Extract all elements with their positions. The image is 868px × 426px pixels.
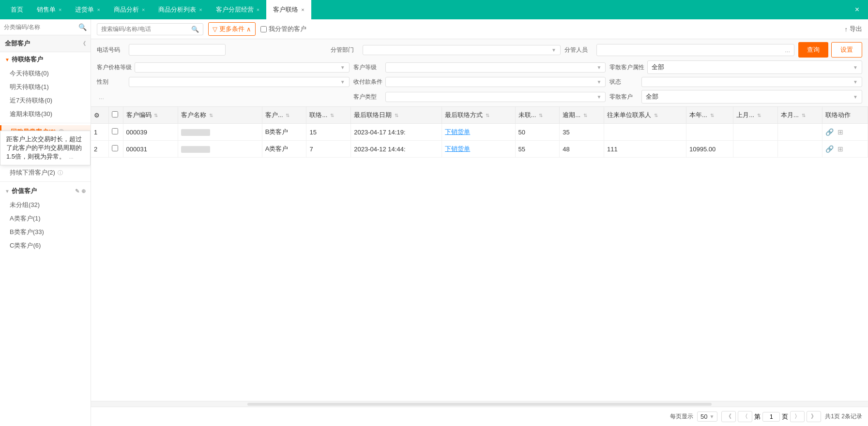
code-sort-icon[interactable]: ⇅ <box>154 113 158 118</box>
payment-select[interactable]: ▼ <box>385 77 606 87</box>
filter-search-icon[interactable]: 🔍 <box>191 26 199 33</box>
window-close-button[interactable]: × <box>850 5 864 14</box>
row2-method-link[interactable]: 下销货单 <box>445 145 470 152</box>
branch-dept-select[interactable]: ▼ <box>363 45 561 55</box>
sidebar-item-class-c[interactable]: C类客户(6) <box>0 239 91 252</box>
sidebar-all-customers[interactable]: 全部客户 《 <box>0 35 91 52</box>
retail-customer-select[interactable]: 全部 ▼ <box>641 90 862 103</box>
year-sort-icon[interactable]: ⇅ <box>710 113 714 118</box>
per-page-select[interactable]: 50 ▼ <box>697 411 717 422</box>
row2-grid-icon[interactable]: ⊞ <box>838 145 843 153</box>
customer-type-label: 客户类型 <box>353 93 382 101</box>
nav-purchase[interactable]: 进货单 × <box>68 0 107 19</box>
nav-customer-contact[interactable]: 客户联络 × <box>266 0 311 19</box>
filter-more-button[interactable]: ▽ 更多条件 ∧ <box>208 22 256 36</box>
nav-customer-segment[interactable]: 客户分层经营 × <box>209 0 266 19</box>
sidebar-item-declining[interactable]: 持续下滑客户(2) ⓘ <box>0 166 91 179</box>
add-group-icon[interactable]: ⊕ <box>81 188 86 194</box>
row2-last-method[interactable]: 下销货单 <box>442 141 515 158</box>
sidebar-group-pending[interactable]: ▼ 待联络客户 <box>0 52 91 67</box>
close-analysis-tab[interactable]: × <box>142 7 145 13</box>
sidebar-group-value[interactable]: ▼ 价值客户 ✎ ⊕ <box>0 184 91 198</box>
adv-row-1: 电话号码 分管部门 ▼ 分管人员 ... <box>97 42 862 58</box>
row2-link-icon[interactable]: 🔗 <box>825 145 834 153</box>
first-page-btn[interactable]: 《 <box>721 411 736 422</box>
row1-actions: 🔗 ⊞ <box>822 124 868 141</box>
ctype-sort-icon[interactable]: ⇅ <box>286 113 289 118</box>
query-button[interactable]: 查询 <box>798 42 828 58</box>
sidebar-item-class-a[interactable]: A类客户(1) <box>0 212 91 225</box>
sidebar-search-input[interactable] <box>4 24 76 30</box>
row1-last-method[interactable]: 下销货单 <box>442 124 515 141</box>
contact-sort-icon[interactable]: ⇅ <box>330 113 334 118</box>
nav-sales[interactable]: 销售单 × <box>30 0 68 19</box>
sidebar-item-today[interactable]: 今天待联络(0) <box>0 67 91 80</box>
close-purchase-tab[interactable]: × <box>97 7 100 13</box>
next-page-btn[interactable]: 〉 <box>790 411 805 422</box>
row1-code: 000039 <box>123 124 178 141</box>
adv-row-2: 客户价格等级 ▼ 客户等级 ▼ 零散客户属性 全部 <box>97 60 862 74</box>
person-sort-icon[interactable]: ⇅ <box>654 113 658 118</box>
sidebar-item-7days[interactable]: 近7天待联络(0) <box>0 94 91 107</box>
status-select[interactable]: ▼ <box>641 77 862 87</box>
row2-select[interactable] <box>112 145 118 151</box>
close-sales-tab[interactable]: × <box>59 7 61 13</box>
sidebar-item-overdue[interactable]: 逾期未联络(30) <box>0 107 91 121</box>
page-number-input[interactable] <box>762 412 780 422</box>
customer-level-label: 客户等级 <box>353 63 382 72</box>
filter-search-input[interactable] <box>101 26 189 32</box>
prev-page-btn[interactable]: 〈 <box>738 411 752 422</box>
select-all-checkbox[interactable] <box>112 111 118 118</box>
th-checkbox[interactable] <box>108 107 123 124</box>
settings-icon[interactable]: ⚙ <box>94 112 100 119</box>
row2-index: 2 <box>91 141 108 158</box>
sidebar-search-icon[interactable]: 🔍 <box>78 23 87 31</box>
info-icon3: ⓘ <box>58 170 63 176</box>
row1-link-icon[interactable]: 🔗 <box>825 128 834 136</box>
sidebar-collapse-icon[interactable]: 《 <box>80 40 86 47</box>
export-button[interactable]: ↑ 导出 <box>845 25 863 33</box>
overdue-sort-icon[interactable]: ⇅ <box>583 113 587 118</box>
sidebar-item-class-b[interactable]: B类客户(33) <box>0 225 91 239</box>
close-contact-tab[interactable]: × <box>301 7 304 13</box>
more-dots-btn[interactable]: ... <box>99 93 104 101</box>
row1-method-link[interactable]: 下销货单 <box>445 128 470 135</box>
row2-checkbox[interactable] <box>108 141 123 158</box>
unlinked-sort-icon[interactable]: ⇅ <box>539 113 543 118</box>
row1-checkbox[interactable] <box>108 124 123 141</box>
sidebar-item-ungroup[interactable]: 未分组(32) <box>0 198 91 212</box>
last-page-btn[interactable]: 》 <box>807 411 821 422</box>
row1-type: B类客户 <box>262 124 306 141</box>
tmonth-sort-icon[interactable]: ⇅ <box>802 113 806 118</box>
retail-attr-down-icon: ▼ <box>853 65 858 70</box>
branch-person-more-icon[interactable]: ... <box>785 46 790 54</box>
close-analysis-list-tab[interactable]: × <box>199 7 202 13</box>
settings-button[interactable]: 设置 <box>831 42 862 58</box>
retail-attr-select[interactable]: 全部 ▼ <box>647 60 862 74</box>
my-customer-checkbox[interactable] <box>260 26 267 32</box>
horizontal-scrollbar[interactable] <box>91 401 868 407</box>
nav-analysis-list[interactable]: 商品分析列表 × <box>152 0 209 19</box>
customer-level-select[interactable]: ▼ <box>385 62 606 73</box>
left-sidebar: 🔍 全部客户 《 ▼ 待联络客户 今天待联络(0) 明天待联络(1) 近7天待联… <box>0 19 91 426</box>
edit-group-icon[interactable]: ✎ <box>75 188 79 194</box>
close-segment-tab[interactable]: × <box>257 7 259 13</box>
name-sort-icon[interactable]: ⇅ <box>209 113 213 118</box>
row1-grid-icon[interactable]: ⊞ <box>838 128 843 136</box>
price-level-select[interactable]: ▼ <box>135 62 350 73</box>
branch-person-select[interactable]: ... <box>596 44 794 56</box>
gender-select[interactable]: ▼ <box>129 77 350 87</box>
lmethod-sort-icon[interactable]: ⇅ <box>486 113 489 118</box>
th-this-month: 本月... ⇅ <box>778 107 822 124</box>
ldate-sort-icon[interactable]: ⇅ <box>395 113 398 118</box>
phone-input[interactable] <box>129 44 226 56</box>
row1-select[interactable] <box>112 128 118 134</box>
branch-dept-label: 分管部门 <box>331 46 360 54</box>
th-settings[interactable]: ⚙ <box>91 107 108 124</box>
customer-type-select[interactable]: ▼ <box>385 92 606 102</box>
scroll-track[interactable] <box>247 403 711 406</box>
nav-analysis[interactable]: 商品分析 × <box>107 0 152 19</box>
nav-home[interactable]: 首页 <box>4 0 30 19</box>
sidebar-item-tomorrow[interactable]: 明天待联络(1) <box>0 80 91 94</box>
lmonth-sort-icon[interactable]: ⇅ <box>757 113 761 118</box>
